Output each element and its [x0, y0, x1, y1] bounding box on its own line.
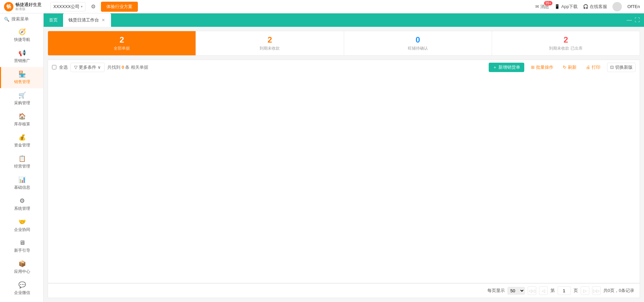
page-last-button[interactable]: ▷▷	[592, 286, 601, 295]
sidebar-item-appstore[interactable]: 📦 应用中心	[0, 257, 43, 278]
sidebar-item-marketing[interactable]: 📢 营销推广	[0, 46, 43, 67]
table-area	[48, 75, 640, 283]
avatar[interactable]	[612, 2, 622, 11]
pagination-bar: 每页显示 10 20 50 100 ◁◁ ◁ 第 页 ▷ ▷▷ 共0页，0条记录	[48, 283, 640, 298]
sales-icon: 🏪	[18, 70, 26, 78]
page-label-end: 页	[574, 288, 578, 294]
refresh-button[interactable]: ↻ 刷新	[560, 63, 579, 72]
quick-nav-icon: 🧭	[18, 28, 26, 36]
logo-area: 畅 畅捷通好生意 标准版	[4, 2, 48, 11]
operation-icon: 📋	[18, 155, 26, 162]
tab-minimize-icon[interactable]: —	[627, 17, 632, 23]
app-download-button[interactable]: 📱 App下载	[554, 4, 578, 10]
purchase-icon: 🛒	[18, 92, 26, 99]
sidebar-search[interactable]: 🔍 搜索菜单	[0, 13, 43, 25]
page-next-button[interactable]: ▷	[581, 286, 589, 295]
sidebar-item-quick-nav[interactable]: 🧭 快捷导航	[0, 25, 43, 46]
page-number-input[interactable]	[557, 286, 571, 295]
stat-overdue-shipped[interactable]: 2 到期未收款 已出库	[492, 31, 640, 55]
page-label: 第	[550, 288, 555, 294]
tab-maximize-icon[interactable]: ⛶	[635, 17, 640, 23]
filter-arrow-icon: ∨	[98, 65, 101, 70]
download-icon: 📱	[554, 4, 560, 9]
toolbar-right: ＋ 新增销货单 ⊞ 批量操作 ↻ 刷新 🖨 打印	[489, 63, 636, 72]
message-badge: 99+	[544, 1, 552, 5]
content-area: 首页 钱货日清工作台 ✕ — ⛶ 2 全部单据 2 到期未收款	[44, 13, 644, 302]
print-button[interactable]: 🖨 打印	[583, 63, 603, 72]
stat-overdue-unpaid-label: 到期未收款	[203, 46, 337, 51]
stat-overdue-unpaid-num: 2	[203, 35, 337, 45]
result-prefix: 共找到	[107, 65, 120, 70]
online-service-button[interactable]: 🎧 在线客服	[583, 4, 607, 10]
print-label: 打印	[592, 64, 600, 70]
batch-label: 批量操作	[536, 64, 553, 70]
message-button[interactable]: ✉ 消息 99+	[535, 4, 549, 10]
stat-all-label: 全部单据	[55, 46, 189, 51]
company-name: XXXXXX公司	[53, 4, 79, 10]
sidebar-item-wechat[interactable]: 💬 企业微信	[0, 278, 43, 299]
refresh-label: 刷新	[568, 64, 577, 70]
empty-state	[48, 75, 640, 283]
tab-home-label: 首页	[49, 17, 58, 23]
sidebar-item-guide[interactable]: 🖥 新手引导	[0, 236, 43, 257]
filter-button[interactable]: ▽ 更多条件 ∨	[70, 63, 105, 72]
sidebar: 🔍 搜索菜单 🧭 快捷导航 📢 营销推广 🏪 销售管理 🛒 采购管理 🏠 库存核…	[0, 13, 44, 302]
tab-cashflow[interactable]: 钱货日清工作台 ✕	[63, 13, 111, 27]
add-icon: ＋	[493, 64, 497, 70]
add-btn-label: 新增销货单	[498, 64, 520, 70]
sidebar-item-member[interactable]: ✌ 畅会员	[0, 299, 43, 302]
sidebar-item-label: 新手引导	[14, 248, 30, 253]
result-count: 0	[122, 65, 124, 70]
sidebar-item-basic[interactable]: 📊 基础信息	[0, 173, 43, 194]
stat-wangwang-label: 旺辅待确认	[351, 46, 485, 51]
switch-icon: ⊡	[610, 65, 614, 70]
marketing-icon: 📢	[18, 49, 26, 57]
sidebar-item-label: 企业微信	[14, 290, 30, 296]
batch-ops-button[interactable]: ⊞ 批量操作	[528, 63, 556, 72]
select-all-checkbox[interactable]	[52, 65, 56, 69]
main-layout: 🔍 搜索菜单 🧭 快捷导航 📢 营销推广 🏪 销售管理 🛒 采购管理 🏠 库存核…	[0, 13, 644, 302]
total-info: 共0页，0条记录	[603, 288, 634, 294]
tab-home[interactable]: 首页	[44, 13, 63, 27]
gear-icon[interactable]: ⚙	[88, 2, 98, 12]
sidebar-item-system[interactable]: ⚙ 系统管理	[0, 194, 43, 215]
tab-bar: 首页 钱货日清工作台 ✕ — ⛶	[44, 13, 644, 27]
experience-button[interactable]: 体验行业方案	[101, 2, 138, 12]
stat-all[interactable]: 2 全部单据	[48, 31, 196, 55]
logo-text: 畅捷通好生意 标准版	[15, 2, 42, 11]
result-suffix: 条 相关单据	[125, 65, 148, 70]
sidebar-item-label: 营销推广	[14, 58, 30, 64]
stat-wangwang[interactable]: 0 旺辅待确认	[344, 31, 492, 55]
chevron-down-icon: ▾	[81, 5, 83, 8]
per-page-select[interactable]: 10 20 50 100	[507, 287, 525, 295]
sidebar-item-purchase[interactable]: 🛒 采购管理	[0, 88, 43, 109]
add-sales-button[interactable]: ＋ 新增销货单	[489, 63, 524, 72]
page-prev-button[interactable]: ◁	[539, 286, 548, 295]
wechat-icon: 💬	[18, 281, 26, 289]
sidebar-item-label: 企业协同	[14, 227, 30, 233]
sidebar-item-label: 库存核算	[14, 121, 30, 127]
sidebar-item-operation[interactable]: 📋 经营管理	[0, 152, 43, 173]
header-right: ✉ 消息 99+ 📱 App下载 🎧 在线客服 OfTEn	[535, 2, 640, 11]
select-all-label: 全选	[59, 64, 68, 70]
stat-overdue-shipped-label: 到期未收款 已出库	[499, 46, 633, 51]
search-menu-label: 搜索菜单	[11, 16, 29, 22]
sidebar-item-cooperation[interactable]: 🤝 企业协同	[0, 215, 43, 236]
filter-label: 更多条件	[79, 64, 96, 70]
sidebar-item-inventory[interactable]: 🏠 库存核算	[0, 109, 43, 130]
inventory-icon: 🏠	[18, 113, 26, 120]
sidebar-item-finance[interactable]: 💰 资金管理	[0, 130, 43, 152]
tab-close-icon[interactable]: ✕	[101, 17, 106, 23]
sidebar-item-label: 应用中心	[14, 269, 30, 275]
company-selector[interactable]: XXXXXX公司 ▾	[50, 2, 86, 11]
sidebar-item-sales[interactable]: 🏪 销售管理	[0, 67, 43, 88]
cooperation-icon: 🤝	[18, 218, 26, 226]
toolbar: 全选 ▽ 更多条件 ∨ 共找到 0 条 相关单据 ＋ 新增销货	[48, 60, 640, 75]
switch-version-button[interactable]: ⊡ 切换新版	[607, 63, 636, 72]
page-first-button[interactable]: ◁◁	[528, 286, 536, 295]
toolbar-left: 全选 ▽ 更多条件 ∨ 共找到 0 条 相关单据	[52, 63, 486, 72]
refresh-icon: ↻	[563, 65, 567, 70]
stat-overdue-unpaid[interactable]: 2 到期未收款	[196, 31, 344, 55]
stat-wangwang-num: 0	[351, 35, 485, 45]
basic-icon: 📊	[18, 176, 26, 183]
